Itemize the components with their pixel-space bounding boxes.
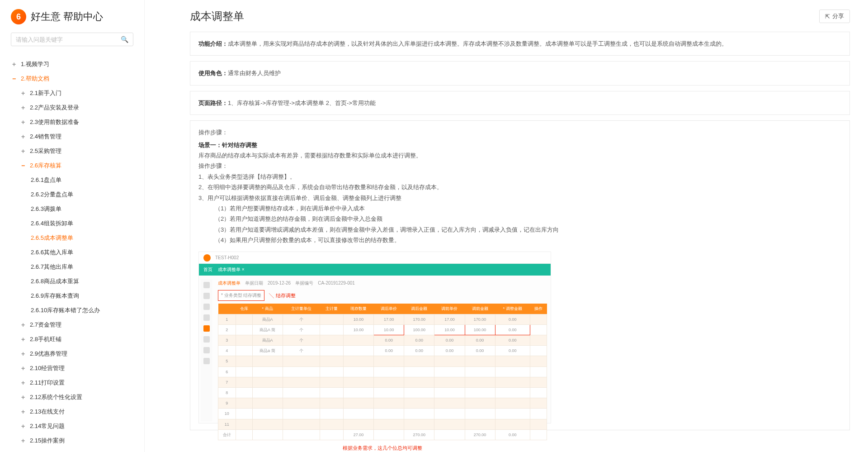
share-label: 分享: [832, 12, 844, 20]
plus-icon: +: [20, 380, 26, 386]
table-row: 9: [218, 398, 547, 409]
nav-item-2-6-10[interactable]: 2.6.10库存账本错了怎么办: [11, 303, 133, 318]
steps-label2: 操作步骤：: [198, 161, 841, 171]
nav-item-2-7[interactable]: +2.7资金管理: [11, 318, 133, 332]
nav-item-2-6-9[interactable]: 2.6.9库存账本查询: [11, 289, 133, 303]
nav-item-2-6-6[interactable]: 2.6.6其他入库单: [11, 245, 133, 260]
shot-date-lbl: 单据日期: [245, 279, 263, 287]
step-3: 3、用户可以根据调整依据直接在调后单价、调后金额、调整金额列上进行调整: [198, 193, 841, 203]
plus-icon: +: [20, 119, 26, 125]
intro-text: 成本调整单，用来实现对商品结存成本的调整，以及针对具体的出入库单据进行成本调整。…: [228, 40, 727, 47]
nav-item-2-6-5[interactable]: 2.6.5成本调整单: [11, 231, 133, 245]
shot-tab-home: 首页: [203, 266, 212, 274]
shot-tabs: 首页 成本调整单 ×: [199, 264, 551, 276]
substep-4: （4）如果用户只调整部分数量的成本，可以直接修改带出的结存数量。: [198, 235, 841, 245]
intro-box: 功能介绍：成本调整单，用来实现对商品结存成本的调整，以及针对具体的出入库单据进行…: [190, 32, 850, 56]
nav-item-2-12[interactable]: +2.12系统个性化设置: [11, 390, 133, 404]
nav-item-2-6-1[interactable]: 2.6.1盘点单: [11, 173, 133, 187]
table-row: 8: [218, 387, 547, 398]
minus-icon: −: [20, 162, 26, 169]
nav-item-2-1[interactable]: +2.1新手入门: [11, 86, 133, 100]
share-button[interactable]: ⇱ 分享: [819, 10, 850, 23]
brand-logo: 6: [11, 9, 26, 24]
plus-icon: +: [20, 133, 26, 140]
nav-item-2-13[interactable]: +2.13在线支付: [11, 404, 133, 419]
plus-icon: +: [20, 105, 26, 111]
nav-item-2-6-7[interactable]: 2.6.7其他出库单: [11, 260, 133, 274]
brand-row: 6 好生意 帮助中心: [11, 9, 133, 24]
shot-sidebar: [201, 279, 212, 421]
plus-icon: +: [11, 61, 17, 67]
sidebar: 6 好生意 帮助中心 🔍 +1.视频学习 −2.帮助文档 +2.1新手入门 +2…: [0, 0, 145, 452]
nav-item-2-14[interactable]: +2.14常见问题: [11, 419, 133, 433]
plus-icon: +: [20, 394, 26, 400]
nav-item-help-docs[interactable]: −2.帮助文档: [11, 71, 133, 86]
plus-icon: +: [20, 351, 26, 357]
nav-item-2-3[interactable]: +2.3使用前数据准备: [11, 115, 133, 129]
path-text: 1、库存核算->库存管理->成本调整单 2、首页->常用功能: [228, 100, 376, 106]
search-input[interactable]: [16, 36, 121, 43]
share-icon: ⇱: [825, 13, 830, 20]
nav-item-2-5[interactable]: +2.5采购管理: [11, 144, 133, 158]
shot-topbar: TEST-H002: [199, 252, 551, 264]
scene1-desc: 库存商品的结存成本与实际成本有差异，需要根据结存数量和实际单位成本进行调整。: [198, 150, 841, 161]
table-row: 11: [218, 419, 547, 429]
nav-item-2-2[interactable]: +2.2产品安装及登录: [11, 100, 133, 115]
role-label: 使用角色：: [198, 70, 228, 76]
nav-item-2-6-8[interactable]: 2.6.8商品成本重算: [11, 274, 133, 289]
plus-icon: +: [20, 423, 26, 429]
nav-item-videos[interactable]: +1.视频学习: [11, 57, 133, 71]
shot-biztype-field: * 业务类型 结存调整: [218, 290, 264, 301]
step-1: 1、表头业务类型选择【结存调整】。: [198, 171, 841, 182]
substep-1: （1）若用户想要调整结存成本，则在调后单价中录入成本: [198, 203, 841, 214]
shot-body: 成本调整单 单据日期 2019-12-26 单据编号 CA-20191229-0…: [214, 276, 551, 452]
nav-item-2-6-3[interactable]: 2.6.3调拨单: [11, 202, 133, 216]
plus-icon: +: [20, 322, 26, 328]
nav-item-2-4[interactable]: +2.4销售管理: [11, 129, 133, 144]
shot-crumb: 成本调整单: [218, 279, 241, 287]
brand-title: 好生意 帮助中心: [31, 10, 103, 24]
nav-item-2-6-2[interactable]: 2.6.2分量盘点单: [11, 187, 133, 202]
nav-item-2-15[interactable]: +2.15操作案例: [11, 433, 133, 448]
table-row: 4商品a 简个0.000.000.000.000.00: [218, 346, 547, 356]
main-content: 成本调整单 ⇱ 分享 功能介绍：成本调整单，用来实现对商品结存成本的调整，以及针…: [145, 0, 868, 452]
shot-code: CA-20191229-001: [318, 279, 355, 287]
shot-code-lbl: 单据编号: [295, 279, 313, 287]
table-row: 5: [218, 356, 547, 366]
path-box: 页面路径：1、库存核算->库存管理->成本调整单 2、首页->常用功能: [190, 91, 850, 115]
shot-tab-current: 成本调整单 ×: [218, 266, 245, 274]
shot-table: 仓库* 商品主计量单位主计量现存数量调后单价调后金额调前单价调前金额* 调整金额…: [218, 304, 547, 440]
table-sum-row: 合计27.00270.00270.000.00: [218, 429, 547, 440]
plus-icon: +: [20, 409, 26, 415]
plus-icon: +: [20, 90, 26, 96]
table-row: 3商品A个0.000.000.000.000.00: [218, 335, 547, 346]
plus-icon: +: [20, 438, 26, 444]
substep-2: （2）若用户知道调整总的结存金额，则在调后金额中录入总金额: [198, 214, 841, 224]
nav-item-2-6[interactable]: −2.6库存核算: [11, 158, 133, 173]
substep-3: （3）若用户知道要调增或调减的成本差值，则在调整金额中录入差值，调增录入正值，记…: [198, 224, 841, 235]
nav-item-2-10[interactable]: +2.10经营管理: [11, 361, 133, 376]
table-row: 10: [218, 409, 547, 419]
nav-tree: +1.视频学习 −2.帮助文档 +2.1新手入门 +2.2产品安装及登录 +2.…: [11, 57, 133, 448]
nav-item-2-8[interactable]: +2.8手机旺铺: [11, 332, 133, 347]
search-icon[interactable]: 🔍: [121, 36, 128, 43]
search-box[interactable]: 🔍: [11, 33, 133, 46]
embedded-screenshot: TEST-H002 首页 成本调整单 × 成本调整单 单据日期 2019-12-…: [198, 252, 551, 423]
table-row: 1商品A个10.0017.00170.0017.00170.000.00: [218, 314, 547, 324]
table-row: 7: [218, 377, 547, 387]
path-label: 页面路径：: [198, 100, 228, 106]
shot-org: TEST-H002: [215, 254, 239, 262]
table-row: 2商品A 简个10.0010.00100.0010.00100.000.00: [218, 324, 547, 335]
step-2: 2、在明细中选择要调整的商品及仓库，系统会自动带出结存数量和结存金额，以及结存成…: [198, 182, 841, 192]
page-header: 成本调整单 ⇱ 分享: [190, 9, 850, 24]
intro-label: 功能介绍：: [198, 40, 228, 47]
minus-icon: −: [11, 76, 17, 82]
nav-item-2-9[interactable]: +2.9优惠券管理: [11, 347, 133, 361]
nav-item-2-6-4[interactable]: 2.6.4组装拆卸单: [11, 216, 133, 231]
role-text: 通常由财务人员维护: [228, 70, 281, 76]
plus-icon: +: [20, 148, 26, 154]
steps-heading: 操作步骤：: [198, 127, 841, 138]
shot-logo-icon: [203, 254, 211, 262]
nav-item-2-11[interactable]: +2.11打印设置: [11, 376, 133, 390]
role-box: 使用角色：通常由财务人员维护: [190, 61, 850, 85]
